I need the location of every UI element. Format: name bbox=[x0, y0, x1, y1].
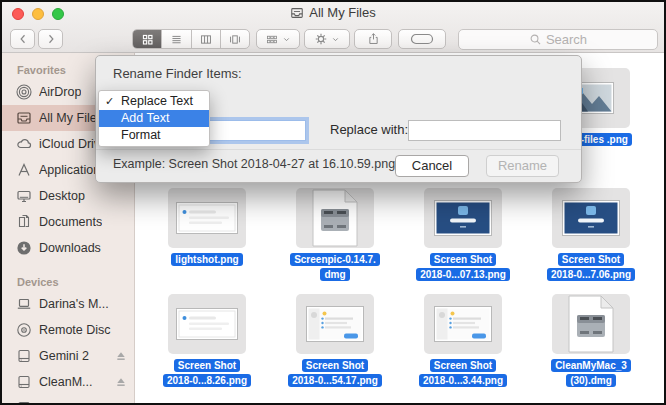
gear-icon bbox=[314, 32, 328, 46]
menu-item-add-text[interactable]: Add Text bbox=[99, 110, 209, 127]
replace-with-label: Replace with: bbox=[330, 122, 408, 137]
finder-window: All My Files bbox=[0, 0, 666, 405]
all-my-files-icon bbox=[290, 6, 304, 20]
menu-item-label: Format bbox=[121, 128, 161, 142]
file-thumbnail bbox=[552, 294, 630, 354]
rename-example-text: Example: Screen Shot 2018-04-27 at 16.10… bbox=[113, 157, 395, 171]
list-view-button[interactable] bbox=[162, 30, 191, 48]
file-name-label: dmg bbox=[320, 268, 349, 281]
file-thumbnail bbox=[296, 294, 374, 354]
title-and-toolbar: All My Files bbox=[2, 2, 664, 53]
cancel-button[interactable]: Cancel bbox=[395, 155, 469, 177]
sidebar-item-remote-disc[interactable]: Remote Disc bbox=[2, 317, 134, 343]
file-name-label: Screen Shot bbox=[430, 359, 496, 372]
sidebar-item-label: AirDrop bbox=[39, 85, 81, 99]
file-name-label: 2018-0...7.06.png bbox=[547, 268, 635, 281]
file-name-label: (30).dmg bbox=[566, 374, 616, 387]
search-placeholder: Search bbox=[546, 32, 587, 47]
dialog-divider bbox=[96, 149, 581, 150]
share-icon bbox=[367, 32, 380, 46]
sidebar-item-downloads[interactable]: Downloads bbox=[2, 235, 134, 261]
coverflow-view-icon bbox=[228, 33, 242, 46]
list-view-icon bbox=[170, 33, 183, 46]
drive-icon bbox=[16, 400, 32, 403]
arrange-menu-button[interactable] bbox=[256, 29, 300, 49]
sidebar-item-darina-s-m[interactable]: Darina's M... bbox=[2, 291, 134, 317]
chevron-down-icon bbox=[331, 35, 340, 44]
file-item-cleanmymac-3-30-dmg[interactable]: CleanMyMac_3(30).dmg bbox=[527, 294, 655, 387]
column-view-icon bbox=[199, 33, 213, 46]
sidebar-section-header-devices: Devices bbox=[2, 273, 134, 291]
drive-icon bbox=[16, 348, 32, 364]
search-input[interactable]: Search bbox=[458, 29, 658, 50]
file-thumbnail bbox=[296, 188, 374, 248]
file-item-screenpic-0-14-7-dmg[interactable]: Screenpic-0.14.7.dmg bbox=[271, 188, 399, 281]
file-thumbnail bbox=[424, 294, 502, 354]
menu-item-label: Replace Text bbox=[121, 94, 193, 108]
file-item-screen-shot-2018-0-3-44-png[interactable]: Screen Shot2018-0...3.44.png bbox=[399, 294, 527, 387]
file-item-lightshot-png[interactable]: lightshot.png bbox=[143, 188, 271, 266]
icon-view-button[interactable] bbox=[133, 30, 162, 48]
tag-button[interactable] bbox=[398, 29, 446, 49]
file-name-label: 2018-0...07.13.png bbox=[416, 268, 510, 281]
replace-with-field[interactable] bbox=[408, 120, 561, 141]
file-name-label: CleanMyMac_3 bbox=[551, 359, 631, 372]
disc-icon bbox=[16, 322, 32, 338]
menu-item-replace-text[interactable]: ✓Replace Text bbox=[99, 93, 209, 110]
eject-icon[interactable] bbox=[114, 349, 128, 363]
coverflow-view-button[interactable] bbox=[221, 30, 249, 48]
file-item-screen-shot-2018-0-54-17-png[interactable]: Screen Shot2018-0...54.17.png bbox=[271, 294, 399, 387]
chevron-right-icon bbox=[45, 33, 57, 45]
eject-icon[interactable] bbox=[114, 401, 128, 403]
documents-icon bbox=[16, 214, 32, 230]
menu-item-label: Add Text bbox=[121, 111, 169, 125]
eject-icon[interactable] bbox=[114, 375, 128, 389]
column-view-button[interactable] bbox=[192, 30, 221, 48]
sidebar-item-label: Documents bbox=[39, 215, 102, 229]
sidebar-item-label: Downloads bbox=[39, 241, 101, 255]
sidebar-item-label: Remote Disc bbox=[39, 323, 111, 337]
sidebar-item-screenpic[interactable]: Screenpic bbox=[2, 395, 134, 403]
menu-item-format[interactable]: Format bbox=[99, 127, 209, 144]
airdrop-icon bbox=[16, 84, 32, 100]
tag-icon bbox=[410, 33, 434, 45]
sidebar-item-label: CleanM... bbox=[39, 375, 93, 389]
file-item-screen-shot-2018-0-07-13-png[interactable]: Screen Shot2018-0...07.13.png bbox=[399, 188, 527, 281]
arrange-icon bbox=[265, 33, 279, 46]
file-name-label: 2018-0...8.26.png bbox=[163, 374, 251, 387]
view-switcher bbox=[132, 29, 250, 49]
rename-type-menu: ✓Replace TextAdd TextFormat bbox=[98, 90, 210, 147]
file-name-label: Screen Shot bbox=[430, 253, 496, 266]
back-button[interactable] bbox=[10, 29, 35, 49]
sidebar-item-documents[interactable]: Documents bbox=[2, 209, 134, 235]
search-icon bbox=[529, 33, 542, 46]
forward-button[interactable] bbox=[38, 29, 63, 49]
file-name-label: Screenpic-0.14.7. bbox=[290, 253, 380, 266]
file-thumbnail bbox=[168, 188, 246, 248]
file-item-screen-shot-2018-0-8-26-png[interactable]: Screen Shot2018-0...8.26.png bbox=[143, 294, 271, 387]
drive-icon bbox=[16, 374, 32, 390]
sidebar-item-desktop[interactable]: Desktop bbox=[2, 183, 134, 209]
share-button[interactable] bbox=[354, 29, 392, 49]
file-name-label: 2018-0...3.44.png bbox=[419, 374, 507, 387]
dialog-title: Rename Finder Items: bbox=[113, 66, 242, 81]
chevron-left-icon bbox=[17, 33, 29, 45]
window-title: All My Files bbox=[309, 5, 375, 20]
laptop-icon bbox=[16, 296, 32, 312]
sidebar-item-label: Gemini 2 bbox=[39, 349, 89, 363]
file-name-label: Screen Shot bbox=[174, 359, 240, 372]
sidebar-item-label: Darina's M... bbox=[39, 297, 109, 311]
file-item-screen-shot-2018-0-7-06-png[interactable]: Screen Shot2018-0...7.06.png bbox=[527, 188, 655, 281]
sidebar-item-cleanm[interactable]: CleanM... bbox=[2, 369, 134, 395]
file-thumbnail bbox=[552, 188, 630, 248]
rename-button[interactable]: Rename bbox=[486, 155, 559, 177]
file-thumbnail bbox=[424, 188, 502, 248]
grid-view-icon bbox=[141, 33, 154, 46]
cloud-icon bbox=[16, 136, 32, 152]
file-thumbnail bbox=[168, 294, 246, 354]
action-menu-button[interactable] bbox=[304, 29, 350, 49]
sidebar-item-label: Desktop bbox=[39, 189, 85, 203]
sidebar-item-gemini-2[interactable]: Gemini 2 bbox=[2, 343, 134, 369]
all-my-files-icon bbox=[16, 110, 32, 126]
sidebar-item-label: Screenpic bbox=[39, 401, 95, 403]
